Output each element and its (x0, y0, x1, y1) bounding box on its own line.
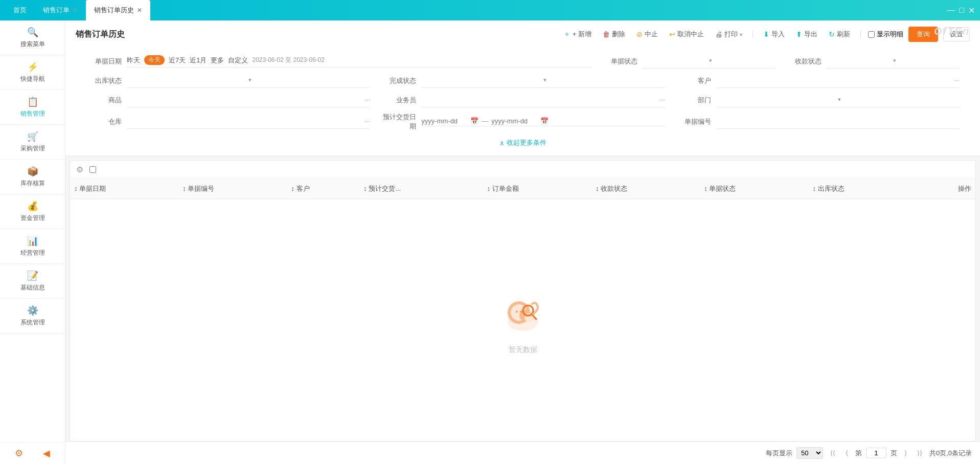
sidebar-item-basic-info[interactable]: 📝 基础信息 (0, 264, 65, 299)
dept-select[interactable]: ▾ (716, 93, 960, 107)
col-delivery-sort-icon[interactable]: ↕ (363, 185, 369, 192)
delivery-status-select[interactable]: ▾ (127, 74, 370, 88)
pagination-last-btn[interactable]: ⟩⟩ (914, 448, 925, 458)
col-delivery-status-sort-icon[interactable]: ↕ (813, 185, 818, 192)
date-more[interactable]: 更多 (211, 56, 224, 65)
import-label: 导入 (771, 30, 785, 39)
stop-label: 中止 (645, 30, 658, 39)
table-select-all-checkbox[interactable] (89, 166, 96, 173)
page-input[interactable] (866, 448, 886, 458)
tab-home[interactable]: 首页 (5, 0, 35, 20)
new-button[interactable]: ＋ + 新增 (560, 28, 595, 41)
date-yesterday[interactable]: 昨天 (127, 56, 140, 65)
sidebar-item-operation-mgmt[interactable]: 📊 经营管理 (0, 229, 65, 264)
date-1month[interactable]: 近1月 (190, 56, 207, 65)
warehouse-input[interactable] (127, 117, 364, 125)
print-chevron-icon[interactable]: ▾ (740, 32, 742, 37)
pagination-next-btn[interactable]: ⟩ (901, 448, 910, 458)
cancel-stop-button[interactable]: ↩ 取消中止 (666, 28, 707, 41)
payment-status-chevron-icon: ▾ (893, 57, 960, 64)
export-button[interactable]: ⬆ 导出 (793, 28, 821, 41)
date-filter-label: 单据日期 (86, 57, 127, 66)
goods-label: 商品 (86, 96, 127, 105)
goods-field[interactable]: ··· (127, 93, 370, 107)
tab-sales-order-history-close[interactable]: ✕ (137, 7, 142, 14)
topbar: 首页 销售订单 ✕ 销售订单历史 ✕ — □ ✕ (0, 0, 980, 20)
col-amount-sort-icon[interactable]: ↕ (487, 185, 492, 192)
tab-sales-order-history[interactable]: 销售订单历史 ✕ (86, 0, 150, 20)
inventory-calc-icon: 📦 (27, 166, 38, 177)
refresh-icon: ↻ (829, 30, 835, 38)
refresh-button[interactable]: ↻ 刷新 (826, 28, 853, 41)
maximize-button[interactable]: □ (959, 6, 964, 15)
warehouse-field[interactable]: ··· (127, 115, 370, 129)
col-customer-sort-icon[interactable]: ↕ (291, 185, 297, 192)
goods-input[interactable] (127, 96, 364, 103)
new-icon: ＋ (563, 30, 571, 39)
sidebar-item-finance-mgmt-label: 资金管理 (20, 214, 45, 223)
pagination-prev-btn[interactable]: ⟨ (842, 448, 851, 458)
sidebar-item-system-mgmt[interactable]: ⚙️ 系统管理 (0, 299, 65, 334)
pagination-first-btn[interactable]: ⟨⟨ (827, 448, 838, 458)
import-button[interactable]: ⬇ 导入 (760, 28, 788, 41)
per-page-select[interactable]: 50 10 20 100 (796, 447, 823, 459)
customer-field[interactable]: ··· (716, 74, 960, 88)
col-number-sort-icon[interactable]: ↕ (183, 185, 188, 192)
per-page-label: 每页显示 (766, 449, 792, 458)
stop-button[interactable]: ⊘ 中止 (633, 28, 661, 41)
delivery-date-to-input[interactable] (491, 117, 537, 125)
sidebar-item-quick-nav-label: 快捷导航 (20, 75, 45, 83)
sidebar-item-search-menu[interactable]: 🔍 搜索菜单 (0, 20, 65, 55)
dept-chevron-icon: ▾ (838, 96, 960, 103)
order-status-select[interactable]: ▾ (643, 54, 776, 69)
delivery-date-from-input[interactable] (421, 117, 467, 125)
tab-sales-order[interactable]: 销售订单 ✕ (35, 0, 86, 20)
customer-more-icon[interactable]: ··· (954, 76, 960, 84)
svg-point-8 (520, 311, 522, 313)
col-payment-sort-icon[interactable]: ↕ (596, 185, 601, 192)
filter-row-4: 仓库 ··· 预计交货日期 📅 — 📅 单据编号 (86, 113, 960, 131)
sidebar-settings-icon[interactable]: ⚙ (15, 448, 23, 459)
date-7days[interactable]: 近7天 (169, 56, 186, 65)
customer-input[interactable] (716, 76, 954, 84)
show-detail-input[interactable] (868, 31, 875, 38)
order-number-input[interactable] (716, 117, 960, 125)
salesperson-field[interactable]: ··· (421, 93, 665, 107)
pagination: 每页显示 50 10 20 100 ⟨⟨ ⟨ 第 页 ⟩ ⟩⟩ 共0页,0条记录 (65, 441, 980, 464)
topbar-window-controls: — □ ✕ (947, 6, 975, 15)
order-number-field[interactable] (716, 115, 960, 129)
setting-button[interactable]: 设置 (943, 27, 970, 41)
minimize-button[interactable]: — (947, 6, 955, 15)
import-icon: ⬇ (763, 30, 769, 38)
date-custom[interactable]: 自定义 (228, 56, 248, 65)
collapse-label: 收起更多条件 (507, 138, 546, 147)
print-label: 打印 (724, 30, 738, 39)
sidebar-item-sales-mgmt[interactable]: 📋 销售管理 (0, 90, 65, 125)
tab-sales-order-close[interactable]: ✕ (73, 7, 78, 14)
sidebar-item-quick-nav[interactable]: ⚡ 快捷导航 (0, 55, 65, 90)
sidebar-item-inventory-calc[interactable]: 📦 库存核算 (0, 160, 65, 194)
collapse-row[interactable]: ∧ 收起更多条件 (86, 136, 960, 149)
salesperson-more-icon[interactable]: ··· (659, 96, 665, 103)
delete-label: 删除 (612, 30, 625, 39)
table-settings-icon[interactable]: ⚙ (76, 165, 83, 174)
goods-more-icon[interactable]: ··· (364, 96, 370, 103)
calendar-from-icon[interactable]: 📅 (470, 117, 478, 125)
delete-button[interactable]: 🗑 删除 (600, 28, 628, 41)
warehouse-more-icon[interactable]: ··· (364, 117, 370, 125)
print-button[interactable]: 🖨 打印 ▾ (712, 28, 745, 41)
sidebar-item-purchase-mgmt[interactable]: 🛒 采购管理 (0, 125, 65, 160)
tab-sales-order-history-label: 销售订单历史 (94, 6, 134, 15)
col-order-sort-icon[interactable]: ↕ (704, 185, 709, 192)
completion-status-select[interactable]: ▾ (421, 74, 665, 88)
sidebar-item-finance-mgmt[interactable]: 💰 资金管理 (0, 194, 65, 229)
payment-status-select[interactable]: ▾ (827, 54, 960, 69)
salesperson-input[interactable] (421, 96, 659, 103)
calendar-to-icon[interactable]: 📅 (540, 117, 549, 125)
show-detail-checkbox[interactable]: 显示明细 (868, 30, 903, 39)
date-today-badge[interactable]: 今天 (144, 55, 165, 65)
close-button[interactable]: ✕ (968, 6, 975, 15)
query-button[interactable]: 查询 (908, 27, 938, 42)
sidebar-bottom: ⚙ ◀ (0, 442, 65, 464)
sidebar-collapse-icon[interactable]: ◀ (43, 448, 50, 459)
